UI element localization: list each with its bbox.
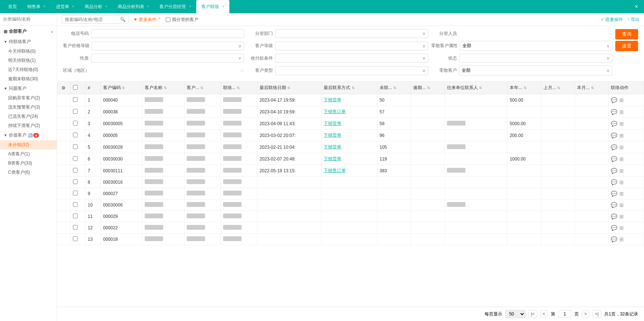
sidebar-search-input[interactable] bbox=[3, 17, 57, 22]
row-checkbox[interactable] bbox=[73, 97, 78, 102]
window-close-button[interactable]: × bbox=[632, 3, 641, 10]
sidebar-lost-customers[interactable]: 已流失客户(24) bbox=[0, 112, 57, 121]
td-last-method[interactable]: 下销售订单 bbox=[321, 165, 377, 177]
td-checkbox[interactable] bbox=[70, 177, 85, 188]
sidebar-week-pending[interactable]: 近7天待联络(0) bbox=[0, 65, 57, 74]
nav-customer-segment[interactable]: 客户分层经营 × bbox=[154, 0, 196, 13]
contact-method-link[interactable]: 下销货单 bbox=[324, 144, 341, 149]
nav-customer-contact[interactable]: 客户联络 × bbox=[196, 0, 229, 13]
row-checkbox[interactable] bbox=[73, 144, 78, 149]
phone-action-icon[interactable]: 💬 bbox=[611, 121, 617, 127]
td-checkbox[interactable] bbox=[70, 94, 85, 106]
sidebar-class-b[interactable]: B类客户(33) bbox=[0, 159, 57, 168]
phone-action-icon[interactable]: 💬 bbox=[611, 225, 617, 231]
phone-action-icon[interactable]: 💬 bbox=[611, 156, 617, 162]
td-checkbox[interactable] bbox=[70, 211, 85, 222]
batch-operation-button[interactable]: ✓ 批量操作 bbox=[601, 17, 623, 23]
my-customers-checkbox[interactable]: 我分管的客户 bbox=[166, 17, 198, 23]
last-page-button[interactable]: >| bbox=[592, 310, 601, 318]
phone-action-icon[interactable]: 💬 bbox=[611, 179, 617, 185]
all-customers-header[interactable]: ⊞ 全部客户 « bbox=[0, 25, 57, 37]
nav-purchase[interactable]: 进货单 × bbox=[51, 0, 80, 13]
dept-select[interactable]: ∨ bbox=[275, 29, 428, 38]
td-last-method[interactable]: 下销货单 bbox=[321, 153, 377, 165]
phone-action-icon[interactable]: 💬 bbox=[611, 109, 617, 115]
td-last-method[interactable]: 下销货单 bbox=[321, 118, 377, 130]
nature-select[interactable]: ∨ bbox=[91, 54, 244, 63]
close-icon[interactable]: × bbox=[189, 0, 191, 13]
more-action-icon[interactable]: ⊞ bbox=[619, 191, 624, 197]
phone-input[interactable] bbox=[91, 29, 244, 38]
prev-page-button[interactable]: < bbox=[540, 310, 548, 318]
price-level-select[interactable]: ∨ bbox=[92, 42, 244, 50]
more-action-icon[interactable]: ⊞ bbox=[619, 214, 624, 219]
th-type[interactable]: 客户... ⇅ bbox=[184, 82, 221, 94]
sidebar-overdue-pending[interactable]: 逾期未联络(30) bbox=[0, 74, 57, 84]
phone-action-icon[interactable]: 💬 bbox=[611, 214, 617, 219]
retail-attr-select[interactable]: 全部∨ bbox=[460, 41, 612, 51]
nav-product-analysis-list[interactable]: 商品分析列表 × bbox=[113, 0, 155, 13]
sidebar-abnormal-repurchase[interactable]: 回购异常客户(2) bbox=[0, 94, 57, 103]
more-action-icon[interactable]: ⊞ bbox=[619, 179, 624, 185]
contact-method-link[interactable]: 下销售订单 bbox=[324, 168, 346, 173]
collapse-icon[interactable]: « bbox=[51, 29, 53, 34]
manager-dots[interactable]: ··· bbox=[609, 31, 612, 36]
phone-action-icon[interactable]: 💬 bbox=[611, 191, 617, 197]
phone-action-icon[interactable]: 💬 bbox=[611, 133, 617, 138]
more-action-icon[interactable]: ⊞ bbox=[619, 133, 624, 138]
more-action-icon[interactable]: ⊞ bbox=[619, 144, 624, 150]
more-action-icon[interactable]: ⊞ bbox=[619, 97, 624, 103]
td-checkbox[interactable] bbox=[70, 222, 85, 234]
sidebar-tomorrow-pending[interactable]: 明天待联络(1) bbox=[0, 56, 57, 65]
td-checkbox[interactable] bbox=[70, 153, 85, 165]
row-checkbox[interactable] bbox=[73, 225, 78, 230]
more-action-icon[interactable]: ⊞ bbox=[619, 236, 624, 242]
my-customers-check[interactable] bbox=[166, 17, 170, 22]
payment-select[interactable]: ∨ bbox=[275, 54, 428, 63]
sidebar-class-c[interactable]: C类客户(6) bbox=[0, 168, 57, 177]
contact-method-link[interactable]: 下销货单 bbox=[324, 97, 341, 102]
td-checkbox[interactable] bbox=[70, 188, 85, 200]
td-last-method[interactable]: 下销货单 bbox=[321, 141, 377, 153]
close-icon[interactable]: × bbox=[72, 0, 74, 13]
row-checkbox[interactable] bbox=[73, 179, 78, 184]
th-current-month[interactable]: 本月... ⇅ bbox=[575, 82, 609, 94]
more-action-icon[interactable]: ⊞ bbox=[619, 225, 624, 231]
customer-type-select[interactable]: ∨ bbox=[275, 66, 428, 75]
td-checkbox[interactable] bbox=[70, 130, 85, 141]
row-checkbox[interactable] bbox=[73, 109, 78, 114]
close-icon[interactable]: × bbox=[105, 0, 108, 13]
th-last-date[interactable]: 最后联络日期 ⇅ bbox=[257, 82, 321, 94]
close-icon[interactable]: × bbox=[147, 0, 149, 13]
more-action-icon[interactable]: ⊞ bbox=[619, 202, 624, 208]
first-page-button[interactable]: |< bbox=[528, 310, 537, 318]
sidebar-class-a[interactable]: A类客户(1) bbox=[0, 149, 57, 159]
row-checkbox[interactable] bbox=[73, 156, 78, 161]
value-customers-group[interactable]: ▼ 价值客户 🔄 ● bbox=[0, 130, 57, 140]
th-checkbox[interactable] bbox=[70, 82, 85, 94]
pending-contact-group[interactable]: ▼ 待联络客户 bbox=[0, 37, 57, 47]
th-overdue[interactable]: 逾期... ⇅ bbox=[411, 82, 445, 94]
nav-home[interactable]: 首页 bbox=[3, 0, 22, 13]
row-checkbox[interactable] bbox=[73, 168, 78, 173]
close-icon[interactable]: × bbox=[43, 0, 46, 13]
nav-sales[interactable]: 销售单 × bbox=[22, 0, 51, 13]
customer-level-select[interactable]: ∨ bbox=[275, 42, 428, 50]
row-checkbox[interactable] bbox=[73, 121, 78, 126]
sidebar-declining-customers[interactable]: 持续下滑客户(2) bbox=[0, 121, 57, 130]
phone-action-icon[interactable]: 💬 bbox=[611, 144, 617, 150]
close-icon[interactable]: × bbox=[222, 0, 224, 13]
th-code[interactable]: 客户编码 ⇅ bbox=[101, 82, 142, 94]
more-conditions-button[interactable]: ▼ 更多条件 ⌃ bbox=[133, 17, 161, 23]
row-checkbox[interactable] bbox=[73, 236, 78, 241]
th-current-year[interactable]: 本年... ⇅ bbox=[507, 82, 541, 94]
td-checkbox[interactable] bbox=[70, 165, 85, 177]
sidebar-ungrouped[interactable]: 未分组(32) bbox=[0, 140, 57, 149]
th-contact[interactable]: 联络... ⇅ bbox=[221, 82, 257, 94]
row-checkbox[interactable] bbox=[73, 214, 78, 218]
th-contact-person[interactable]: 往来单位联系人 ⇅ bbox=[444, 82, 507, 94]
refresh-icon[interactable]: 🔄 bbox=[28, 133, 32, 137]
status-select[interactable]: ∨ bbox=[459, 54, 612, 63]
reset-button[interactable]: 设置 bbox=[615, 41, 638, 51]
td-last-method[interactable]: 下销货单 bbox=[321, 94, 377, 106]
